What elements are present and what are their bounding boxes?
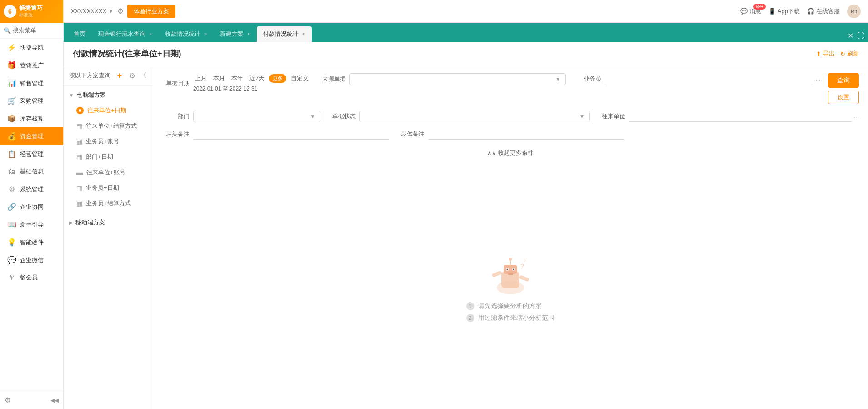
sidebar-search-label: 搜索菜单 — [13, 26, 36, 35]
settings-button[interactable]: 设置 — [828, 91, 859, 104]
clipboard-icon: 📋 — [7, 150, 16, 158]
main-layout: 按以下方案查询 + ⚙ 《 ▼ 电脑端方案 — [64, 66, 868, 409]
company-selector[interactable]: XXXXXXXXX ▼ — [71, 8, 114, 15]
scheme-settings-button[interactable]: ⚙ — [127, 71, 137, 81]
scheme-item-unit-account[interactable]: ▬ 往来单位+账号 — [64, 165, 152, 180]
body-note-input[interactable] — [428, 129, 624, 140]
doc-status-chevron-icon: ▼ — [579, 113, 585, 120]
tab-home-label: 首页 — [74, 30, 85, 38]
tab-payment-stats[interactable]: 付款情况统计 × — [257, 26, 312, 42]
header-note-input[interactable] — [193, 129, 389, 140]
sidebar-item-wechat[interactable]: 💬 企业微信 — [0, 251, 63, 269]
dept-chevron-icon: ▼ — [310, 113, 315, 120]
mobile-group-header[interactable]: ▶ 移动端方案 — [64, 215, 152, 230]
sidebar-item-finance[interactable]: 💰 资金管理 — [0, 127, 63, 145]
v-icon: V — [7, 273, 16, 282]
svg-point-11 — [509, 258, 512, 261]
sidebar-item-enterprise[interactable]: 🔗 企业协同 — [0, 198, 63, 216]
book-icon: 📖 — [7, 220, 16, 229]
tab-receipt-close-icon[interactable]: × — [204, 31, 207, 37]
scheme-item-dept-date[interactable]: ▦ 部门+日期 — [64, 149, 152, 165]
sidebar: 6 畅捷通巧 标准版 🔍 搜索菜单 ⚡ 快捷导航 🎁 营销推广 📊 销售管理 🛒… — [0, 0, 64, 409]
lightning-icon: ⚡ — [7, 43, 16, 52]
sidebar-logo-text-group: 畅捷通巧 标准版 — [19, 5, 43, 18]
refresh-button[interactable]: ↻ 刷新 — [840, 50, 859, 58]
table-icon: ▦ — [76, 122, 82, 130]
scheme-item-unit-date[interactable]: 往来单位+日期 — [64, 103, 152, 118]
desktop-scheme-group: ▼ 电脑端方案 往来单位+日期 ▦ 往来单位+结算方式 ▦ — [64, 86, 152, 213]
tab-new-scheme-close-icon[interactable]: × — [247, 31, 250, 37]
sidebar-item-sales[interactable]: 📊 销售管理 — [0, 74, 63, 92]
export-button[interactable]: ⬆ 导出 — [816, 50, 835, 58]
date-more-btn[interactable]: 更多 — [269, 74, 286, 83]
staff-more-icon[interactable]: … — [815, 76, 821, 82]
collapse-panel-button[interactable]: 《 — [140, 71, 146, 80]
date-filter-label: 单据日期 — [161, 79, 193, 87]
tab-receipt-stats[interactable]: 收款情况统计 × — [159, 26, 214, 42]
scheme-item-unit-settlement[interactable]: ▦ 往来单位+结算方式 — [64, 118, 152, 134]
staff-input[interactable] — [605, 73, 813, 84]
sidebar-item-base-info[interactable]: 🗂 基础信息 — [0, 163, 63, 180]
collapse-bar[interactable]: ∧∧ 收起更多条件 — [161, 144, 859, 162]
sidebar-item-guide[interactable]: 📖 新手引导 — [0, 216, 63, 233]
sidebar-item-inventory[interactable]: 📦 库存核算 — [0, 110, 63, 127]
tab-home[interactable]: 首页 — [67, 26, 92, 42]
partner-input[interactable] — [629, 111, 852, 122]
sidebar-item-system[interactable]: ⚙ 系统管理 — [0, 180, 63, 198]
link-icon: 🔗 — [7, 202, 16, 211]
source-chevron-icon: ▼ — [555, 76, 561, 82]
header-note-label: 表头备注 — [161, 130, 193, 138]
query-button[interactable]: 查询 — [828, 73, 859, 88]
online-service-button[interactable]: 🎧 在线客服 — [807, 7, 840, 15]
sidebar-logo-icon: 6 — [4, 5, 16, 18]
sidebar-item-operations[interactable]: 📋 经营管理 — [0, 145, 63, 163]
folder-icon: 🗂 — [7, 167, 16, 176]
topbar-left: XXXXXXXXX ▼ ⚙ 体验行业方案 — [71, 5, 735, 18]
money-icon: 💰 — [7, 132, 16, 141]
sidebar-item-quick-nav[interactable]: ⚡ 快捷导航 — [0, 39, 63, 56]
tab-new-scheme[interactable]: 新建方案 × — [214, 26, 257, 42]
sidebar-search[interactable]: 🔍 搜索菜单 — [0, 23, 63, 39]
sidebar-item-hardware[interactable]: 💡 智能硬件 — [0, 233, 63, 251]
app-download-button[interactable]: 📱 App下载 — [768, 7, 800, 15]
export-icon: ⬆ — [816, 50, 821, 57]
svg-text:?: ? — [523, 259, 526, 264]
scheme-item-label: 业务员+日期 — [86, 184, 119, 192]
date-7days-btn[interactable]: 近7天 — [248, 73, 266, 83]
left-panel-title: 按以下方案查询 — [69, 71, 110, 80]
source-select[interactable]: ▼ — [349, 73, 565, 85]
scheme-item-staff-settlement[interactable]: ▦ 业务员+结算方式 — [64, 196, 152, 211]
date-this-year-btn[interactable]: 本年 — [229, 73, 245, 83]
close-all-tabs-button[interactable]: ✕ — [848, 31, 853, 40]
add-scheme-button[interactable]: + — [115, 71, 125, 81]
tab-bank-flow-close-icon[interactable]: × — [149, 31, 152, 37]
messages-button[interactable]: 💬 消息 99+ — [740, 7, 761, 15]
trial-button[interactable]: 体验行业方案 — [127, 5, 175, 18]
tab-bank-flow[interactable]: 现金银行流水查询 × — [92, 26, 159, 42]
scheme-item-staff-account[interactable]: ▦ 业务员+账号 — [64, 134, 152, 149]
scheme-item-staff-date[interactable]: ▦ 业务员+日期 — [64, 180, 152, 196]
date-this-month-btn[interactable]: 本月 — [211, 73, 227, 83]
topbar-settings-icon[interactable]: ⚙ — [117, 7, 124, 15]
desktop-group-header[interactable]: ▼ 电脑端方案 — [64, 87, 152, 103]
footer-settings-icon[interactable]: ⚙ — [5, 396, 11, 404]
sidebar-item-label: 智能硬件 — [20, 238, 44, 247]
tab-payment-close-icon[interactable]: × — [302, 31, 305, 37]
footer-collapse-icon[interactable]: ◀◀ — [50, 397, 59, 404]
sidebar-item-purchase[interactable]: 🛒 采购管理 — [0, 92, 63, 110]
expand-tabs-button[interactable]: ⛶ — [857, 32, 864, 40]
date-range-text: 2022-01-01 至 2022-12-31 — [193, 85, 257, 93]
dept-filter-label: 部门 — [161, 112, 193, 121]
sidebar-item-label: 营销推广 — [20, 61, 44, 70]
date-custom-btn[interactable]: 自定义 — [289, 73, 310, 83]
doc-status-select[interactable]: ▼ — [359, 111, 590, 122]
sidebar-item-marketing[interactable]: 🎁 营销推广 — [0, 56, 63, 74]
dept-select[interactable]: ▼ — [193, 111, 320, 122]
date-last-month-btn[interactable]: 上月 — [193, 73, 209, 83]
tip-text-1: 请先选择要分析的方案 — [478, 302, 542, 310]
sidebar-item-member[interactable]: V 畅会员 — [0, 269, 63, 286]
avatar[interactable]: Rit — [847, 5, 861, 18]
date-range-display: 2022-01-01 至 2022-12-31 — [193, 85, 310, 93]
partner-more-icon[interactable]: … — [853, 113, 859, 120]
bulb-icon: 💡 — [7, 238, 16, 247]
